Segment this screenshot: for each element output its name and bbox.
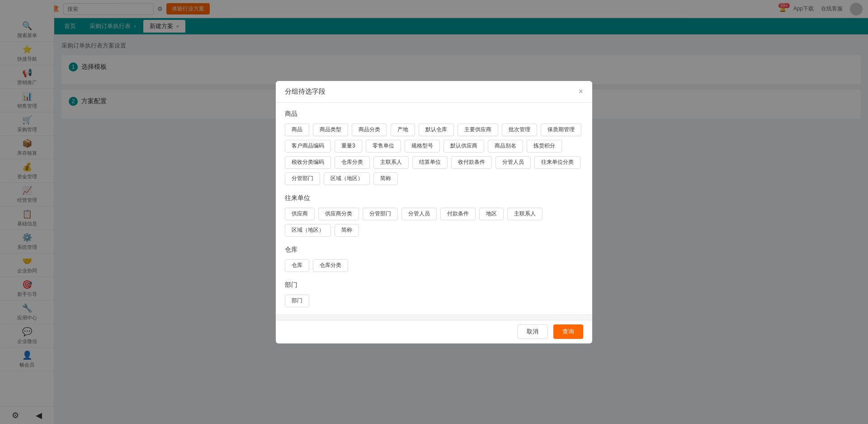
field-section-title-3: 部门 bbox=[285, 281, 583, 289]
field-tag-0-12[interactable]: 默认供应商 bbox=[443, 140, 484, 152]
field-tag-0-10[interactable]: 零售单位 bbox=[366, 140, 401, 152]
field-tag-1-1[interactable]: 供应商分类 bbox=[318, 208, 359, 220]
field-tag-1-4[interactable]: 付款条件 bbox=[440, 208, 476, 220]
field-tag-0-15[interactable]: 税收分类编码 bbox=[285, 156, 331, 169]
field-tag-0-16[interactable]: 仓库分类 bbox=[335, 156, 370, 169]
field-tag-1-8[interactable]: 简称 bbox=[335, 224, 359, 237]
field-tag-0-2[interactable]: 商品分类 bbox=[352, 124, 387, 136]
field-tag-0-6[interactable]: 批次管理 bbox=[502, 124, 537, 136]
field-tag-0-9[interactable]: 重量3 bbox=[335, 140, 362, 152]
field-tag-0-1[interactable]: 商品类型 bbox=[313, 124, 348, 136]
field-tag-0-4[interactable]: 默认仓库 bbox=[419, 124, 454, 136]
field-tag-0-18[interactable]: 结算单位 bbox=[412, 156, 448, 169]
field-tag-1-0[interactable]: 供应商 bbox=[285, 208, 315, 220]
field-tag-0-17[interactable]: 主联系人 bbox=[373, 156, 409, 169]
field-section-0: 商品商品商品类型商品分类产地默认仓库主要供应商批次管理保质期管理客户商品编码重量… bbox=[285, 110, 583, 185]
field-tag-0-24[interactable]: 简称 bbox=[373, 172, 398, 185]
field-tag-2-1[interactable]: 仓库分类 bbox=[313, 259, 348, 272]
modal-header: 分组待选字段 × bbox=[276, 81, 592, 103]
field-tag-1-3[interactable]: 分管人员 bbox=[401, 208, 437, 220]
field-tag-0-11[interactable]: 规格型号 bbox=[405, 140, 440, 152]
modal-footer: 取消 查询 bbox=[276, 320, 592, 343]
field-tag-1-7[interactable]: 区域（地区） bbox=[285, 224, 331, 237]
field-tag-0-0[interactable]: 商品 bbox=[285, 124, 309, 136]
field-section-title-0: 商品 bbox=[285, 110, 583, 118]
field-tag-0-5[interactable]: 主要供应商 bbox=[458, 124, 498, 136]
field-tag-0-23[interactable]: 区域（地区） bbox=[324, 172, 370, 185]
modal-title: 分组待选字段 bbox=[285, 87, 326, 96]
field-tag-2-0[interactable]: 仓库 bbox=[285, 259, 309, 272]
field-section-2: 仓库仓库仓库分类 bbox=[285, 246, 583, 272]
modal-overlay[interactable]: 分组待选字段 × 商品商品商品类型商品分类产地默认仓库主要供应商批次管理保质期管… bbox=[0, 0, 868, 424]
field-section-title-2: 仓库 bbox=[285, 246, 583, 254]
cancel-button[interactable]: 取消 bbox=[517, 324, 548, 339]
field-tag-0-14[interactable]: 拣货积分 bbox=[527, 140, 562, 152]
field-tag-0-7[interactable]: 保质期管理 bbox=[541, 124, 581, 136]
field-tag-0-21[interactable]: 往来单位分类 bbox=[534, 156, 580, 169]
modal-close-button[interactable]: × bbox=[578, 87, 583, 95]
field-tag-0-22[interactable]: 分管部门 bbox=[285, 172, 320, 185]
field-tag-0-3[interactable]: 产地 bbox=[391, 124, 415, 136]
confirm-button[interactable]: 查询 bbox=[553, 324, 583, 339]
field-tag-0-20[interactable]: 分管人员 bbox=[495, 156, 531, 169]
field-section-title-1: 往来单位 bbox=[285, 194, 583, 202]
field-tag-0-13[interactable]: 商品别名 bbox=[488, 140, 523, 152]
field-tag-1-6[interactable]: 主联系人 bbox=[507, 208, 542, 220]
field-tags-3: 部门 bbox=[285, 295, 583, 307]
field-tag-1-2[interactable]: 分管部门 bbox=[363, 208, 398, 220]
field-tag-0-19[interactable]: 收付款条件 bbox=[451, 156, 492, 169]
modal-horizontal-scroll[interactable] bbox=[276, 314, 592, 320]
modal-dialog: 分组待选字段 × 商品商品商品类型商品分类产地默认仓库主要供应商批次管理保质期管… bbox=[276, 81, 592, 343]
field-tag-3-0[interactable]: 部门 bbox=[285, 295, 309, 307]
field-tag-1-5[interactable]: 地区 bbox=[479, 208, 504, 220]
field-section-1: 往来单位供应商供应商分类分管部门分管人员付款条件地区主联系人区域（地区）简称 bbox=[285, 194, 583, 237]
field-tags-2: 仓库仓库分类 bbox=[285, 259, 583, 272]
field-tag-0-8[interactable]: 客户商品编码 bbox=[285, 140, 331, 152]
modal-body[interactable]: 商品商品商品类型商品分类产地默认仓库主要供应商批次管理保质期管理客户商品编码重量… bbox=[276, 103, 592, 314]
field-tags-1: 供应商供应商分类分管部门分管人员付款条件地区主联系人区域（地区）简称 bbox=[285, 208, 583, 237]
field-tags-0: 商品商品类型商品分类产地默认仓库主要供应商批次管理保质期管理客户商品编码重量3零… bbox=[285, 124, 583, 185]
field-section-3: 部门部门 bbox=[285, 281, 583, 307]
